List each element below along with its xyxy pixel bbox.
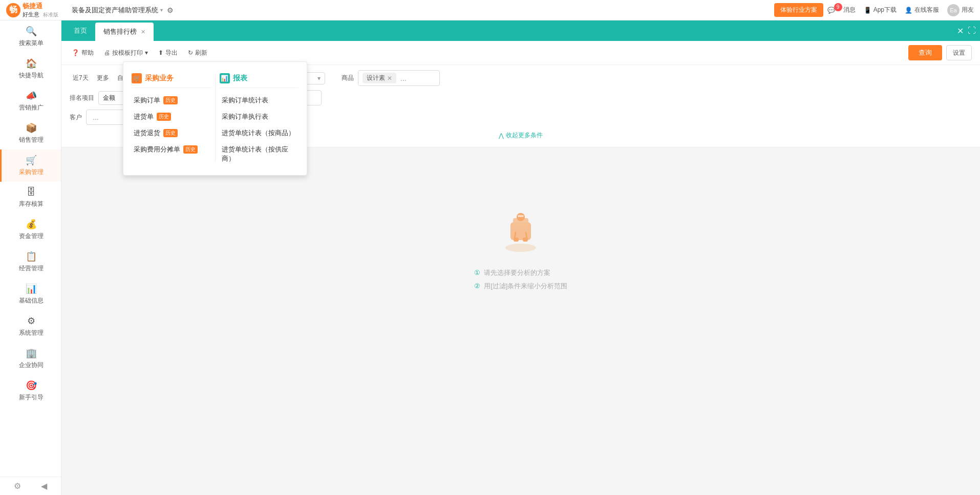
sidebar-label-guide: 新手引导 bbox=[19, 393, 44, 402]
operation-icon: 📋 bbox=[26, 251, 37, 262]
goods-filter: 商品 设计素 ✕ ... bbox=[342, 70, 440, 86]
goods-more-btn[interactable]: ... bbox=[398, 73, 409, 83]
app-download-label: App下载 bbox=[874, 6, 897, 14]
message-item[interactable]: 💬 9 消息 bbox=[827, 6, 856, 14]
user-area[interactable]: Ea 用友 bbox=[947, 4, 974, 16]
sidebar-label-sales: 销售管理 bbox=[19, 136, 44, 144]
goods-label: 商品 bbox=[342, 74, 354, 82]
logo-area: 畅 畅捷通 好生意 标准版 bbox=[6, 2, 68, 18]
sidebar-item-quick-nav[interactable]: 🏠 快捷导航 bbox=[0, 53, 61, 85]
refresh-btn[interactable]: ↻ 刷新 bbox=[186, 48, 209, 58]
system-title: 装备及固定资产辅助管理系统 bbox=[72, 6, 158, 15]
sidebar-item-operation[interactable]: 📋 经营管理 bbox=[0, 246, 61, 278]
dropdown-item-expense[interactable]: 采购费用分摊单 历史 bbox=[132, 141, 211, 158]
svg-rect-8 bbox=[523, 238, 528, 242]
customer-more-btn[interactable]: ... bbox=[91, 112, 101, 122]
query-btn[interactable]: 查询 bbox=[908, 45, 942, 60]
sidebar-label-system: 系统管理 bbox=[19, 329, 44, 337]
settings-icon[interactable]: ⚙ bbox=[167, 6, 174, 14]
customer-label: 客户 bbox=[70, 113, 82, 122]
dropdown-item-inbound[interactable]: 进货单 历史 bbox=[132, 109, 211, 125]
search-icon: 🔍 bbox=[26, 26, 37, 37]
guide-icon: 🎯 bbox=[26, 380, 37, 391]
dropdown-item-purchase-order[interactable]: 采购订单 历史 bbox=[132, 92, 211, 109]
tab-close-btn[interactable]: ✕ bbox=[957, 26, 964, 36]
history-badge-4: 历史 bbox=[183, 145, 198, 154]
tab-fullscreen-btn[interactable]: ⛶ bbox=[968, 26, 976, 35]
sidebar-item-system[interactable]: ⚙ 系统管理 bbox=[0, 310, 61, 342]
goods-input[interactable]: 设计素 ✕ ... bbox=[358, 70, 440, 86]
purchase-col-title: 🛒 采购业务 bbox=[132, 70, 211, 88]
sidebar-collapse-btn[interactable]: ◀ bbox=[41, 481, 47, 491]
sidebar-item-guide[interactable]: 🎯 新手引导 bbox=[0, 375, 61, 407]
sidebar-item-purchase[interactable]: 🛒 采购管理 bbox=[0, 149, 61, 182]
dropdown-item-report-2[interactable]: 采购订单执行表 bbox=[220, 109, 299, 125]
refresh-icon: ↻ bbox=[188, 49, 193, 56]
logo-slogan: 好生意 标准版 bbox=[23, 11, 58, 18]
sidebar-item-finance[interactable]: 💰 资金管理 bbox=[0, 213, 61, 246]
export-btn[interactable]: ⬆ 导出 bbox=[156, 48, 180, 58]
collapse-btn[interactable]: ⋀ 收起更多条件 bbox=[495, 129, 547, 142]
tab-home[interactable]: 首页 bbox=[66, 20, 95, 41]
dropdown-menu: 🛒 采购业务 采购订单 历史 进货单 历史 进货退货 bbox=[123, 61, 307, 176]
sidebar-settings-btn[interactable]: ⚙ bbox=[14, 481, 21, 491]
sidebar-item-enterprise[interactable]: 🏢 企业协同 bbox=[0, 342, 61, 375]
rank-value: 金额 bbox=[103, 94, 115, 102]
inventory-icon: 🗄 bbox=[27, 187, 36, 198]
goods-tag: 设计素 ✕ bbox=[363, 73, 396, 83]
sidebar-item-inventory[interactable]: 🗄 库存核算 bbox=[0, 182, 61, 213]
sidebar-label-finance: 资金管理 bbox=[19, 232, 44, 241]
dropdown-item-report-4[interactable]: 进货单统计表（按供应商） bbox=[220, 141, 299, 167]
goods-tag-remove[interactable]: ✕ bbox=[387, 75, 392, 82]
history-badge-2: 历史 bbox=[157, 113, 171, 121]
online-service-item[interactable]: 👤 在线客服 bbox=[905, 6, 939, 14]
tab-sales-rank[interactable]: 销售排行榜 ✕ bbox=[95, 23, 154, 41]
report-col-label: 报表 bbox=[233, 74, 247, 83]
sidebar-item-search[interactable]: 🔍 搜索菜单 bbox=[0, 20, 61, 53]
doc-status-arrow: ▾ bbox=[317, 75, 321, 82]
date-more[interactable]: 更多 bbox=[94, 73, 112, 83]
sidebar-item-basic-info[interactable]: 📊 基础信息 bbox=[0, 278, 61, 310]
home-icon: 🏠 bbox=[26, 58, 37, 69]
sidebar-label-search: 搜索菜单 bbox=[19, 39, 44, 48]
layout: 🔍 搜索菜单 🏠 快捷导航 📣 营销推广 📦 销售管理 🛒 采购管理 🗄 库存核… bbox=[0, 20, 980, 495]
purchase-col-label: 采购业务 bbox=[145, 74, 174, 83]
settings-btn[interactable]: 设置 bbox=[946, 45, 972, 60]
topbar: 畅 畅捷通 好生意 标准版 装备及固定资产辅助管理系统 ▾ ⚙ 体验行业方案 💬… bbox=[0, 0, 980, 20]
industry-btn[interactable]: 体验行业方案 bbox=[774, 3, 823, 17]
topbar-right: 💬 9 消息 📱 App下载 👤 在线客服 Ea 用友 bbox=[827, 4, 974, 16]
sidebar-label-marketing: 营销推广 bbox=[19, 103, 44, 112]
message-label: 消息 bbox=[843, 6, 856, 14]
online-service-label: 在线客服 bbox=[914, 6, 939, 14]
empty-hint-1: ① 请先选择要分析的方案 bbox=[474, 266, 568, 279]
sidebar-item-marketing[interactable]: 📣 营销推广 bbox=[0, 85, 61, 117]
sidebar-label-inventory: 库存核算 bbox=[19, 200, 44, 208]
history-badge-1: 历史 bbox=[163, 96, 178, 104]
purchase-col: 🛒 采购业务 采购订单 历史 进货单 历史 进货退货 bbox=[127, 70, 215, 167]
dropdown-item-return[interactable]: 进货退货 历史 bbox=[132, 125, 211, 141]
sidebar-item-sales[interactable]: 📦 销售管理 bbox=[0, 117, 61, 149]
history-badge-3: 历史 bbox=[163, 129, 178, 137]
message-badge: 9 bbox=[834, 3, 842, 11]
app-download-item[interactable]: 📱 App下载 bbox=[864, 6, 897, 14]
tab-close-icon[interactable]: ✕ bbox=[141, 29, 145, 35]
svg-point-0 bbox=[505, 244, 536, 252]
logo-edition: 标准版 bbox=[43, 12, 58, 17]
dropdown-item-report-1[interactable]: 采购订单统计表 bbox=[220, 92, 299, 109]
dropdown-item-report-3[interactable]: 进货单统计表（按商品） bbox=[220, 125, 299, 141]
sidebar-label-quick-nav: 快捷导航 bbox=[19, 71, 44, 80]
mobile-icon: 📱 bbox=[864, 7, 871, 14]
empty-icon bbox=[495, 207, 546, 258]
help-icon: ❓ bbox=[72, 49, 79, 56]
tab-home-label: 首页 bbox=[74, 26, 87, 35]
sidebar: 🔍 搜索菜单 🏠 快捷导航 📣 营销推广 📦 销售管理 🛒 采购管理 🗄 库存核… bbox=[0, 20, 61, 495]
empty-hint-2: ② 用[过滤]条件来缩小分析范围 bbox=[474, 279, 568, 293]
date-7days[interactable]: 近7天 bbox=[70, 73, 92, 83]
sidebar-label-purchase: 采购管理 bbox=[19, 168, 44, 177]
print-template-btn[interactable]: 🖨 按模板打印 ▾ bbox=[102, 48, 150, 58]
system-dropdown-arrow[interactable]: ▾ bbox=[160, 7, 163, 13]
help-btn[interactable]: ❓ 帮助 bbox=[70, 48, 96, 58]
toolbar-right: 查询 设置 bbox=[908, 45, 972, 60]
tabbar-right: ✕ ⛶ bbox=[957, 26, 976, 36]
help-label: 帮助 bbox=[81, 49, 94, 57]
